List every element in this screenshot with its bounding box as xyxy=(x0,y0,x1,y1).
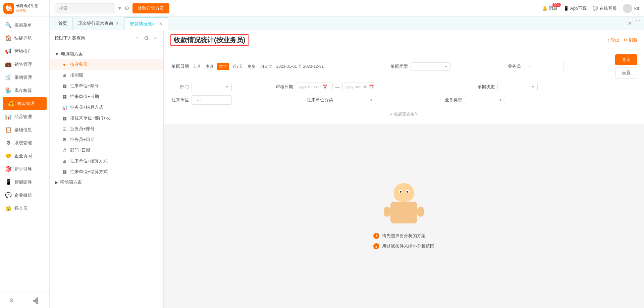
voucher-status-select[interactable]: ▾ xyxy=(497,83,538,91)
trial-button[interactable]: 体验行业方案 xyxy=(132,3,169,13)
sidebar-item-marketing[interactable]: 📢 营销推广 xyxy=(0,45,49,58)
sidebar-collapse-btn[interactable]: ◀▌ xyxy=(31,296,42,305)
business-type-select[interactable]: ▾ xyxy=(465,96,505,104)
sidebar-item-quicknav[interactable]: 🏠 快捷导航 xyxy=(0,32,49,45)
calendar-start-icon[interactable]: 📅 xyxy=(322,85,327,89)
online-service-label: 在线客服 xyxy=(599,5,617,11)
tree-item-salesperson-account[interactable]: ☑ 业务员+账号 xyxy=(50,123,163,134)
sidebar-item-search[interactable]: 🔍 搜索菜单 xyxy=(0,18,49,32)
sidebar-item-basic[interactable]: 📋 基础信息 xyxy=(0,123,49,136)
date-control: 上月 本月 本年 近7天 更多 自定义 2023-01-01 至 2023-12… xyxy=(192,63,383,70)
counterpart-input[interactable]: ··· xyxy=(192,95,232,105)
counterpart-class-select[interactable]: ▾ xyxy=(336,96,376,104)
empty-step-2: 2 用过滤条件来缩小分析范围 xyxy=(373,242,434,251)
date-btn-thismonth[interactable]: 本月 xyxy=(204,63,215,70)
salesperson-dots[interactable]: ··· xyxy=(529,64,533,69)
panel-collapse-btn[interactable]: « xyxy=(153,34,158,42)
date-btn-7days[interactable]: 近7天 xyxy=(231,63,244,70)
service-icon: 💬 xyxy=(593,6,598,11)
user-name: Rit xyxy=(634,6,639,11)
sidebar-item-purchase[interactable]: 🛒 采购管理 xyxy=(0,71,49,84)
tab-home[interactable]: 首页 xyxy=(53,17,73,30)
refresh-button[interactable]: ↻ 刷新 xyxy=(624,37,637,43)
sidebar-settings-btn[interactable]: ⚙ xyxy=(7,296,15,305)
panel-settings-btn[interactable]: ⚙ xyxy=(143,34,150,42)
tree-item-unit-date[interactable]: ▦ 往来单位+日期 xyxy=(50,91,163,102)
sidebar-item-guide[interactable]: 🎯 新手引导 xyxy=(0,162,49,175)
counterpart-class-label: 往来单位分类 xyxy=(307,97,333,103)
dept-select[interactable]: ▾ xyxy=(192,83,232,91)
inventory-icon: 🏪 xyxy=(5,87,12,94)
online-service-button[interactable]: 💬 在线客服 xyxy=(593,5,617,11)
sidebar-item-sales[interactable]: 💼 销售管理 xyxy=(0,58,49,71)
sidebar-item-operations[interactable]: 📊 经营管理 xyxy=(0,110,49,123)
date-btn-custom[interactable]: 自定义 xyxy=(259,63,274,70)
tab-collection-stat-close[interactable]: ✕ xyxy=(159,21,162,26)
date-buttons: 上月 本月 本年 近7天 更多 自定义 xyxy=(192,63,274,70)
sidebar-item-finance-label: 资金管理 xyxy=(17,101,35,107)
settings-button[interactable]: 设置 xyxy=(615,67,637,79)
tree-item-salesperson-settlement[interactable]: 📊 业务员+结算方式 xyxy=(50,102,163,113)
tree-item-by-detail[interactable]: ⊞ 按明细 xyxy=(50,70,163,81)
app-download-button[interactable]: 📱 App下载 xyxy=(564,5,587,11)
quicknav-icon: 🏠 xyxy=(5,35,12,41)
sidebar-item-finance[interactable]: 💰 资金管理 xyxy=(3,97,47,110)
filter-item-dept: 部门 ▾ xyxy=(170,83,268,91)
notification-button[interactable]: 🔔 消息 99+ xyxy=(542,5,557,11)
tree-item-unit-settlement2[interactable]: ▦ 往来单位+结算方式 xyxy=(50,166,163,177)
query-button[interactable]: 查询 xyxy=(615,54,637,65)
counterpart-dots[interactable]: ··· xyxy=(197,97,201,103)
sidebar-item-sales-label: 销售管理 xyxy=(14,61,32,67)
tab-close-all-icon[interactable]: ✕ xyxy=(628,20,632,27)
date-btn-more[interactable]: 更多 xyxy=(246,63,257,70)
review-date-end[interactable]: yyyy-mm-dd 📅 xyxy=(342,83,379,91)
tree-section-pc[interactable]: ▼ 电脑端方案 xyxy=(50,49,163,59)
tree-item-salesperson-date[interactable]: ⚙ 业务员+日期 xyxy=(50,134,163,145)
review-date-control: yyyy-mm-dd 📅 — yyyy-mm-dd 📅 xyxy=(296,83,470,91)
sidebar-item-inventory[interactable]: 🏪 库存核算 xyxy=(0,84,49,97)
tree-item-by-salesperson[interactable]: ● 按业务员 xyxy=(50,59,163,70)
panel-header-actions: + ⚙ « xyxy=(134,34,158,42)
tree-item-dept-date[interactable]: ⏱ 部门+日期 xyxy=(50,145,163,156)
sidebar-item-operations-label: 经营管理 xyxy=(14,114,32,120)
unit-dept-icon: ▦ xyxy=(61,115,67,121)
tab-expand-icon[interactable]: ⛶ xyxy=(635,20,641,27)
tree-section-mobile[interactable]: ▶ 移动端方案 xyxy=(50,177,163,187)
sidebar-item-system[interactable]: ⚙ 系统管理 xyxy=(0,136,49,149)
refresh-label: 刷新 xyxy=(629,37,637,43)
logo-sub: 标准版 xyxy=(16,8,38,13)
tree-item-unit-account[interactable]: ▦ 往来单位+账号 xyxy=(50,81,163,91)
counterpart-label: 往来单位 xyxy=(170,97,189,103)
sidebar-item-search-label: 搜索菜单 xyxy=(14,22,32,28)
filter-item-business-type: 业务类型 ▾ xyxy=(444,96,574,104)
panel-add-btn[interactable]: + xyxy=(134,34,140,42)
sidebar-item-hardware[interactable]: 📱 智能硬件 xyxy=(0,175,49,189)
date-btn-lastmonth[interactable]: 上月 xyxy=(192,63,202,70)
sidebar-item-member[interactable]: 👑 畅会员 xyxy=(0,202,49,215)
filter-row-1: 单据日期 上月 本月 本年 近7天 更多 自定义 2023-01-01 至 20… xyxy=(170,54,637,79)
tab-bank-flow-close[interactable]: ✕ xyxy=(116,21,119,26)
tab-collection-stat[interactable]: 收款情况统计 ✕ xyxy=(125,17,168,30)
export-button[interactable]: ↑ 导出 xyxy=(607,37,620,43)
tree-item-unit-settlement1[interactable]: ⊞ 往来单位+结算方式 xyxy=(50,156,163,166)
tab-bank-flow-label: 现金银行流水查询 xyxy=(78,20,113,27)
header-gear-icon[interactable]: ⚙ xyxy=(124,5,129,11)
salesperson-input[interactable]: ··· xyxy=(524,62,564,71)
tab-collection-stat-label: 收款情况统计 xyxy=(130,21,156,27)
basic-icon: 📋 xyxy=(5,126,12,133)
tree-item-unit-dept-collection[interactable]: ▦ 按往来单位+部门+收... xyxy=(50,113,163,123)
header-dropdown-icon[interactable]: ▾ xyxy=(118,5,121,11)
user-area[interactable]: Rit xyxy=(623,4,639,13)
review-date-start[interactable]: yyyy-mm-dd 📅 xyxy=(296,83,333,91)
sidebar-item-wechat[interactable]: 💬 企业微信 xyxy=(0,189,49,202)
date-btn-thisyear[interactable]: 本年 xyxy=(217,63,229,70)
review-date-start-text: yyyy-mm-dd xyxy=(299,85,321,89)
header-right: 🔔 消息 99+ 📱 App下载 💬 在线客服 Rit xyxy=(542,4,639,13)
collapse-more-conditions[interactable]: ∧ 收起更多条件 xyxy=(170,109,637,120)
header-search: 搜索 xyxy=(55,3,115,13)
tab-bank-flow[interactable]: 现金银行流水查询 ✕ xyxy=(73,17,125,30)
tab-bar: 首页 现金银行流水查询 ✕ 收款情况统计 ✕ ✕ ⛶ xyxy=(50,17,644,30)
sidebar-item-collab[interactable]: 🤝 企业协同 xyxy=(0,149,49,162)
calendar-end-icon[interactable]: 📅 xyxy=(369,85,374,89)
voucher-type-select[interactable]: ▾ xyxy=(411,62,451,71)
